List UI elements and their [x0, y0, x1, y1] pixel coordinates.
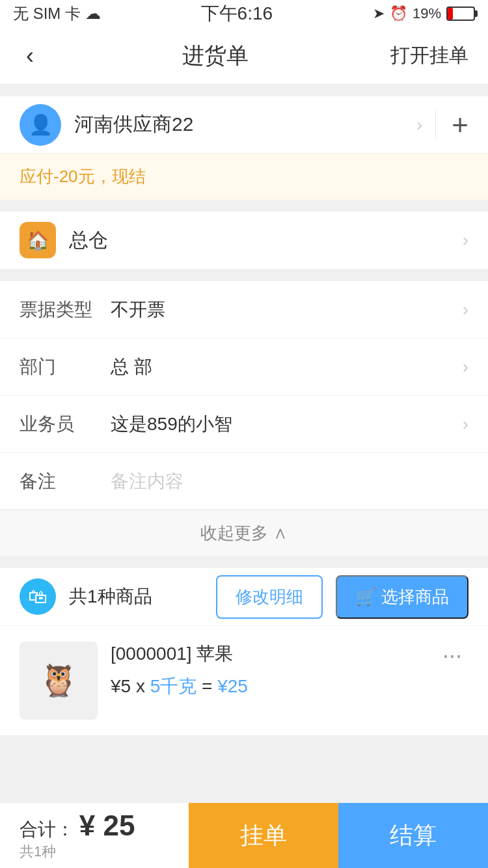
supplier-section: 👤 河南供应商22 › + 应付-20元，现结 — [0, 96, 488, 200]
summary-count: 共1种 — [20, 842, 169, 861]
form-section: 票据类型 不开票 › 部门 总 部 › 业务员 这是859的小智 › 备注 备注… — [0, 280, 488, 509]
status-left: 无 SIM 卡 ☁ — [13, 3, 101, 24]
select-product-icon: 🛒 — [355, 587, 376, 607]
checkout-label: 结算 — [390, 820, 437, 852]
section-gap-4 — [0, 556, 488, 568]
product-info: [0000001] 苹果 ¥5 x 5千克 = ¥25 — [111, 642, 423, 699]
battery-icon — [446, 7, 475, 21]
battery-percent: 19% — [413, 5, 441, 22]
back-button[interactable]: ‹ — [20, 36, 40, 76]
supplier-name: 河南供应商22 — [74, 111, 416, 138]
invoice-row[interactable]: 票据类型 不开票 › — [0, 280, 488, 338]
avatar-icon: 👤 — [29, 113, 53, 136]
product-item: 🦉 [0000001] 苹果 ¥5 x 5千克 = ¥25 ··· — [0, 625, 488, 735]
collapse-bar[interactable]: 收起更多 ∧ — [0, 509, 488, 556]
select-product-label: 选择商品 — [381, 586, 449, 608]
hang-button[interactable]: 挂单 — [189, 803, 338, 868]
summary-label: 合计： — [20, 819, 74, 839]
dept-value: 总 部 — [111, 355, 463, 379]
product-code: [0000001] — [111, 644, 192, 664]
unit-price: ¥5 — [111, 676, 131, 696]
product-more-button[interactable]: ··· — [436, 642, 468, 669]
nav-bar: ‹ 进货单 打开挂单 — [0, 27, 488, 85]
products-count: 共1种商品 — [69, 584, 203, 609]
status-right: ➤ ⏰ 19% — [373, 5, 475, 22]
owl-icon: 🦉 — [39, 662, 78, 699]
footer-actions: 合计： ¥ 25 共1种 挂单 结算 — [0, 803, 488, 868]
battery-fill — [448, 8, 453, 20]
section-gap-1 — [0, 85, 488, 96]
sales-label: 业务员 — [20, 412, 111, 437]
product-price: ¥5 x 5千克 = ¥25 — [111, 674, 423, 699]
remark-row[interactable]: 备注 备注内容 — [0, 452, 488, 509]
alarm-icon: ⏰ — [390, 5, 407, 22]
status-bar: 无 SIM 卡 ☁ 下午6:16 ➤ ⏰ 19% — [0, 0, 488, 27]
supplier-row[interactable]: 👤 河南供应商22 › + — [0, 96, 488, 154]
supplier-chevron-icon: › — [416, 115, 422, 135]
summary-amount: ¥ 25 — [79, 809, 135, 841]
select-product-button[interactable]: 🛒 选择商品 — [336, 575, 468, 619]
product-name: [0000001] 苹果 — [111, 642, 423, 666]
products-icon: 🛍 — [20, 578, 56, 615]
invoice-label: 票据类型 — [20, 297, 111, 322]
warehouse-section: 🏠 总仓 › — [0, 211, 488, 269]
product-total: ¥25 — [217, 676, 248, 696]
equals-sign: = — [202, 676, 217, 696]
open-pending-button[interactable]: 打开挂单 — [390, 42, 468, 69]
page-title: 进货单 — [182, 41, 249, 71]
supplier-avatar: 👤 — [20, 104, 61, 146]
hang-label: 挂单 — [240, 820, 287, 852]
status-time: 下午6:16 — [201, 1, 273, 26]
add-supplier-button[interactable]: + — [435, 111, 468, 139]
warehouse-name: 总仓 — [69, 227, 463, 254]
sales-value: 这是859的小智 — [111, 412, 463, 437]
product-thumbnail: 🦉 — [20, 642, 98, 720]
section-gap-2 — [0, 200, 488, 211]
remark-label: 备注 — [20, 469, 111, 494]
section-gap-3 — [0, 269, 488, 280]
warehouse-chevron-icon: › — [463, 230, 468, 251]
price-separator: x — [136, 676, 150, 696]
summary-total: 合计： ¥ 25 — [20, 809, 169, 842]
invoice-chevron-icon: › — [463, 299, 468, 320]
edit-detail-button[interactable]: 修改明细 — [216, 575, 323, 619]
location-icon: ➤ — [373, 5, 385, 22]
checkout-button[interactable]: 结算 — [338, 803, 488, 868]
product-qty: 5千克 — [150, 676, 197, 696]
sim-status: 无 SIM 卡 ☁ — [13, 3, 101, 24]
info-banner: 应付-20元，现结 — [0, 154, 488, 200]
footer-summary: 合计： ¥ 25 共1种 — [0, 803, 189, 868]
remark-placeholder: 备注内容 — [111, 469, 468, 494]
products-header: 🛍 共1种商品 修改明细 🛒 选择商品 — [0, 568, 488, 625]
sales-row[interactable]: 业务员 这是859的小智 › — [0, 395, 488, 452]
invoice-value: 不开票 — [111, 297, 463, 322]
warehouse-icon: 🏠 — [20, 222, 56, 258]
dept-label: 部门 — [20, 355, 111, 379]
collapse-label: 收起更多 ∧ — [200, 522, 287, 545]
warehouse-row[interactable]: 🏠 总仓 › — [0, 211, 488, 269]
dept-chevron-icon: › — [463, 357, 468, 377]
cart-icon: 🛍 — [28, 586, 47, 608]
sales-chevron-icon: › — [463, 414, 468, 435]
dept-row[interactable]: 部门 总 部 › — [0, 338, 488, 395]
product-title: 苹果 — [197, 644, 233, 664]
